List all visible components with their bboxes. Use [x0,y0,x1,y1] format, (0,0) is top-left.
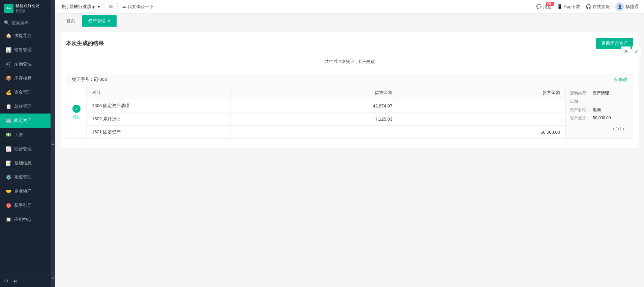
credit-cell-1 [398,99,565,113]
edit-button[interactable]: ✎ 修改 [614,76,627,83]
company-name: 医疗器械行业演示 [61,4,96,10]
debit-cell-3 [230,126,398,139]
summary-bar: 共生成 1张凭证，0张失败 [66,55,633,69]
subject-cell-2[interactable]: 1602 累计折旧 [87,113,230,126]
asset-name-label: 资产名称： [570,107,590,113]
pagination[interactable]: < 1/1 > [570,124,629,134]
ledger-icon: 📋 [5,103,11,109]
topbar-divider2 [117,3,118,10]
settings-icon[interactable]: ⚙ [109,3,113,10]
sidebar-bottom: ⚙ ⏮ [0,275,51,287]
expand-panel-button[interactable]: ⤢ [632,46,641,56]
sidebar-item-fixed-assets[interactable]: 🏢 固定资产 [0,114,51,128]
tab-home[interactable]: 首页 [61,15,81,27]
sidebar-item-system[interactable]: ⚙️ 系统管理 [0,170,51,184]
change-type-label: 变动类型： [570,90,590,96]
headset-icon: 🎧 [586,4,591,9]
result-panel: 本次生成的结果 返回固定资产 共生成 1张凭证，0张失败 凭证字号：记-003 … [61,32,639,148]
finance-icon: 💰 [5,89,11,95]
status-text: 成功 [72,114,81,120]
experience-button[interactable]: ☁ 我要体验一下 [122,4,154,10]
date-label: 日期： [570,99,582,104]
message-icon: 💬 [536,4,542,9]
voucher-content: ✓ 成功 科目 借方金额 贷方金额 [66,86,633,138]
sidebar-item-quick-nav[interactable]: 🏠 快捷导航 [0,29,51,43]
content-area: ✕ ⤢ 本次生成的结果 返回固定资产 共生成 1张凭证，0张失败 凭证字号：记-… [55,27,644,287]
asset-value-label: 资产原值： [570,116,590,121]
online-service-button[interactable]: 🎧 在线客服 [586,4,610,10]
asset-value-value: 50,000.00 [593,116,611,121]
sidebar-item-finance[interactable]: 💰 资金管理 [0,85,51,99]
scroll-down-icon: ▼ [51,277,55,280]
sidebar-item-app-center[interactable]: 🔲 应用中心 [0,213,51,227]
status-column: ✓ 成功 [66,86,87,138]
tab-close-icon[interactable]: ✕ [108,19,111,23]
credit-cell-2 [398,113,565,126]
debit-cell-2: 7,125.03 [230,113,398,126]
app-version: 普及版 [16,9,40,13]
topbar: 医疗器械行业演示 ▾ ⚙ ☁ 我要体验一下 💬 消息 99+ 📱 App下载 🎧… [55,0,644,13]
table-row: 1606 固定资产清理 42,874.97 [87,99,565,113]
summary-text: 共生成 1张凭证，0张失败 [325,59,374,64]
main-area: 医疗器械行业演示 ▾ ⚙ ☁ 我要体验一下 💬 消息 99+ 📱 App下载 🎧… [55,0,644,287]
home-icon: 🏠 [5,33,11,39]
side-detail-asset-name: 资产名称： 电脑 [570,107,629,113]
avatar: 👤 [615,2,624,11]
edit-icon: ✎ [614,77,617,82]
sidebar-item-guide[interactable]: 🎯 新手引导 [0,198,51,213]
operations-icon: 📈 [5,146,11,152]
company-selector[interactable]: 医疗器械行业演示 ▾ [61,4,100,10]
enterprise-icon: 🤝 [5,188,11,194]
asset-name-value: 电脑 [593,107,601,113]
sidebar-item-operations[interactable]: 📈 经营管理 [0,142,51,156]
sidebar-item-ledger[interactable]: 📋 总账管理 [0,99,51,114]
panel-header: 本次生成的结果 返回固定资产 [66,38,633,49]
sidebar-item-basic-info[interactable]: 📝 基础信息 [0,156,51,170]
col-header-debit: 借方金额 [230,86,398,99]
subject-cell-1[interactable]: 1606 固定资产清理 [87,99,230,113]
company-dropdown-icon: ▾ [98,4,100,9]
logo-icon: AtA [4,4,13,13]
sidebar: AtA 畅捷通好业财 普及版 🔍 搜索菜单 🏠 快捷导航 📊 销售管理 🛒 采购… [0,0,51,287]
close-panel-button[interactable]: ✕ [621,46,631,56]
sidebar-item-search[interactable]: 🔍 搜索菜单 [0,17,51,29]
success-icon: ✓ [72,105,81,113]
sidebar-nav: 🏠 快捷导航 📊 销售管理 🛒 采购管理 📦 库存核算 💰 资金管理 📋 总账管… [0,29,51,275]
sidebar-item-payroll[interactable]: 💵 工资 [0,128,51,142]
search-icon: 🔍 [4,20,9,25]
tab-asset-mgmt[interactable]: 资产管理 ✕ [82,15,117,27]
app-download-button[interactable]: 📱 App下载 [557,4,580,10]
system-icon: ⚙️ [5,174,11,180]
messages-button[interactable]: 💬 消息 99+ [536,4,552,10]
col-header-subject: 科目 [87,86,230,99]
sidebar-item-sales[interactable]: 📊 销售管理 [0,43,51,57]
sidebar-item-enterprise[interactable]: 🤝 企业协同 [0,184,51,198]
tabbar: 首页 资产管理 ✕ [55,13,644,27]
voucher-header: 凭证字号：记-003 ✎ 修改 [66,73,633,86]
app-logo: AtA 畅捷通好业财 普及版 [0,0,51,17]
page-title: 本次生成的结果 [66,40,104,47]
topbar-divider [104,3,104,10]
messages-badge: 99+ [546,2,554,6]
side-detail-change-type: 变动类型： 资产清理 [570,90,629,96]
side-detail-panel: 变动类型： 资产清理 日期： 资产名称： 电脑 资产原值： [565,86,633,138]
basic-info-icon: 📝 [5,160,11,166]
voucher-number: 凭证字号：记-003 [72,76,107,83]
subject-cell-3[interactable]: 1601 固定资产 [87,126,230,139]
scroll-up-icon: ▲ [51,142,55,146]
topbar-right: 💬 消息 99+ 📱 App下载 🎧 在线客服 👤 畅捷通 [536,2,639,11]
table-row: 1601 固定资产 50,000.00 [87,126,565,139]
table-row: 1602 累计折旧 7,125.03 [87,113,565,126]
sidebar-scrollbar[interactable]: ▲ ▼ [51,0,55,287]
sidebar-item-inventory[interactable]: 📦 库存核算 [0,71,51,85]
table-wrapper: 科目 借方金额 贷方金额 1606 固定资产清理 42,874.97 [87,86,565,138]
side-detail-date: 日期： [570,99,629,104]
credit-cell-3: 50,000.00 [398,126,565,139]
settings-bottom-icon[interactable]: ⚙ [4,278,8,284]
payroll-icon: 💵 [5,132,11,138]
collapse-icon[interactable]: ⏮ [12,278,17,284]
panel-controls: ✕ ⤢ [621,46,641,56]
guide-icon: 🎯 [5,202,11,209]
sidebar-item-purchase[interactable]: 🛒 采购管理 [0,57,51,71]
user-menu[interactable]: 👤 畅捷通 [615,2,639,11]
